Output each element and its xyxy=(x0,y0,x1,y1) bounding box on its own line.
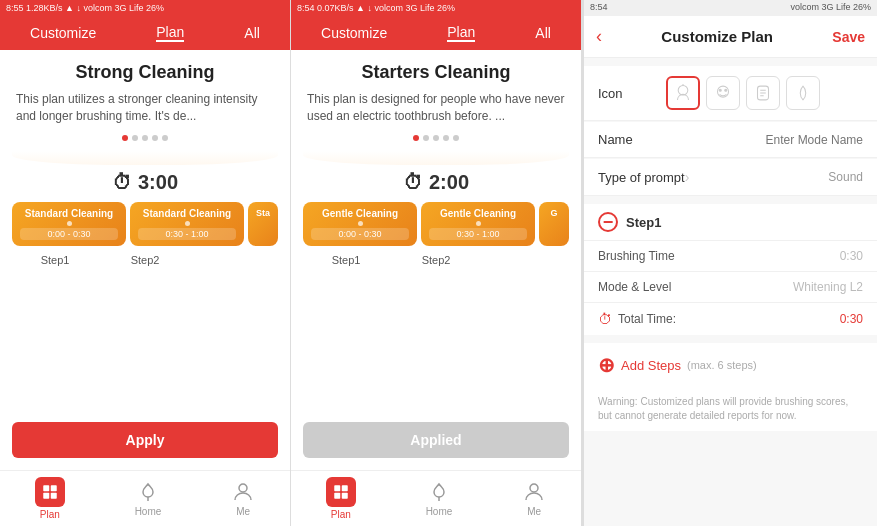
plan-desc-mid: This plan is designed for people who hav… xyxy=(303,91,569,125)
svg-rect-1 xyxy=(51,485,57,491)
icon-option-3[interactable] xyxy=(746,76,780,110)
step-dot-m1 xyxy=(358,221,363,226)
plan-title-left: Strong Cleaning xyxy=(12,62,278,83)
total-time-bar: ⏱ Total Time: 0:30 xyxy=(584,302,877,335)
wave-top-mid xyxy=(303,151,569,165)
status-bar-right: 8:54 volcom 3G Life 26% xyxy=(584,0,877,16)
timer-icon-mid: ⏱ xyxy=(403,171,423,194)
plan-icon-bg-mid xyxy=(326,477,356,507)
step-card-1-left[interactable]: Standard Cleaning 0:00 - 0:30 xyxy=(12,202,126,246)
nav-customize-left[interactable]: Customize xyxy=(30,25,96,41)
dots-mid xyxy=(303,135,569,141)
steps-row-mid: Gentle Cleaning 0:00 - 0:30 Gentle Clean… xyxy=(303,202,569,246)
name-input[interactable] xyxy=(658,133,863,147)
nav-item-home-mid[interactable]: Home xyxy=(426,480,453,517)
svg-rect-3 xyxy=(51,493,57,499)
nav-item-me-left[interactable]: Me xyxy=(231,480,255,517)
nav-header-left: Customize Plan All xyxy=(0,16,290,50)
icon-option-4[interactable] xyxy=(786,76,820,110)
plan-desc-left: This plan utilizes a stronger cleaning i… xyxy=(12,91,278,125)
icon-option-2[interactable] xyxy=(706,76,740,110)
step1-item: − Step1 Brushing Time 0:30 Mode & Level … xyxy=(584,204,877,302)
add-icon: ⊕ xyxy=(598,353,615,377)
nav-header-mid: Customize Plan All xyxy=(291,16,581,50)
nav-plan-mid[interactable]: Plan xyxy=(447,24,475,42)
svg-rect-7 xyxy=(342,485,348,491)
status-bar-left: 8:55 1.28KB/s ▲ ↓ volcom 3G Life 26% xyxy=(0,0,290,16)
svg-point-12 xyxy=(678,85,688,95)
nav-all-left[interactable]: All xyxy=(244,25,260,41)
svg-point-16 xyxy=(725,89,727,91)
nav-item-home-left[interactable]: Home xyxy=(135,480,162,517)
plan-icon-mid xyxy=(332,483,350,501)
step-dot-2 xyxy=(185,221,190,226)
svg-rect-2 xyxy=(43,493,49,499)
dot-m5 xyxy=(453,135,459,141)
brushing-time-row[interactable]: Brushing Time 0:30 xyxy=(584,240,877,271)
nav-all-mid[interactable]: All xyxy=(535,25,551,41)
right-header: ‹ Customize Plan Save xyxy=(584,16,877,58)
name-form-row: Name xyxy=(584,122,877,158)
me-icon-left xyxy=(231,480,255,504)
svg-rect-6 xyxy=(334,485,340,491)
middle-panel: 8:54 0.07KB/s ▲ ↓ volcom 3G Life 26% Cus… xyxy=(291,0,582,526)
apply-button[interactable]: Apply xyxy=(12,422,278,458)
timer-left: ⏱ 3:00 xyxy=(12,171,278,194)
right-panel: 8:54 volcom 3G Life 26% ‹ Customize Plan… xyxy=(582,0,877,526)
step-labels-left: Step1 Step2 xyxy=(12,254,278,266)
mode-level-row[interactable]: Mode & Level Whitening L2 xyxy=(584,271,877,302)
dot-m2 xyxy=(423,135,429,141)
add-steps-button[interactable]: ⊕ Add Steps (max. 6 steps) xyxy=(584,343,877,387)
step-dot-m2 xyxy=(476,221,481,226)
bottom-nav-left: Plan Home Me xyxy=(0,470,290,526)
step-card-2-left[interactable]: Standard Cleaning 0:30 - 1:00 xyxy=(130,202,244,246)
timer-mid: ⏱ 2:00 xyxy=(303,171,569,194)
svg-point-5 xyxy=(239,484,247,492)
step-card-2-mid[interactable]: Gentle Cleaning 0:30 - 1:00 xyxy=(421,202,535,246)
dot-m4 xyxy=(443,135,449,141)
remove-step1-button[interactable]: − xyxy=(598,212,618,232)
name-section: Name xyxy=(584,122,877,158)
dot-5 xyxy=(162,135,168,141)
plan-icon-left xyxy=(41,483,59,501)
applied-button: Applied xyxy=(303,422,569,458)
dot-3 xyxy=(142,135,148,141)
nav-item-plan-mid[interactable]: Plan xyxy=(326,477,356,520)
icon-option-1[interactable] xyxy=(666,76,700,110)
mid-content: Starters Cleaning This plan is designed … xyxy=(291,50,581,470)
steps-row-left: Standard Cleaning 0:00 - 0:30 Standard C… xyxy=(12,202,278,246)
dot-1 xyxy=(122,135,128,141)
nav-customize-mid[interactable]: Customize xyxy=(321,25,387,41)
chevron-icon: › xyxy=(685,169,690,185)
icon-section: Icon xyxy=(584,66,877,121)
wave-top xyxy=(12,151,278,165)
svg-rect-8 xyxy=(334,493,340,499)
step-card-1-mid[interactable]: Gentle Cleaning 0:00 - 0:30 xyxy=(303,202,417,246)
icon-options xyxy=(658,76,863,110)
nav-plan-left[interactable]: Plan xyxy=(156,24,184,42)
save-button[interactable]: Save xyxy=(832,29,865,45)
dot-m3 xyxy=(433,135,439,141)
step-dot-1 xyxy=(67,221,72,226)
total-time-icon: ⏱ xyxy=(598,311,612,327)
svg-rect-0 xyxy=(43,485,49,491)
home-icon-mid xyxy=(427,480,451,504)
left-content: Strong Cleaning This plan utilizes a str… xyxy=(0,50,290,470)
svg-rect-9 xyxy=(342,493,348,499)
icon-form-row: Icon xyxy=(584,66,877,121)
dot-2 xyxy=(132,135,138,141)
step-card-partial-left: Sta xyxy=(248,202,278,246)
svg-point-15 xyxy=(719,89,721,91)
back-button[interactable]: ‹ xyxy=(596,26,602,47)
plan-icon-bg-left xyxy=(35,477,65,507)
nav-item-plan-left[interactable]: Plan xyxy=(35,477,65,520)
nav-item-me-mid[interactable]: Me xyxy=(522,480,546,517)
warning-text: Warning: Customized plans will provide b… xyxy=(584,387,877,431)
step-labels-mid: Step1 Step2 xyxy=(303,254,569,266)
step-card-partial-mid: G xyxy=(539,202,569,246)
dot-4 xyxy=(152,135,158,141)
type-form-row[interactable]: Type of prompt › Sound xyxy=(584,159,877,196)
home-icon-left xyxy=(136,480,160,504)
page-title-right: Customize Plan xyxy=(610,28,824,45)
me-icon-mid xyxy=(522,480,546,504)
